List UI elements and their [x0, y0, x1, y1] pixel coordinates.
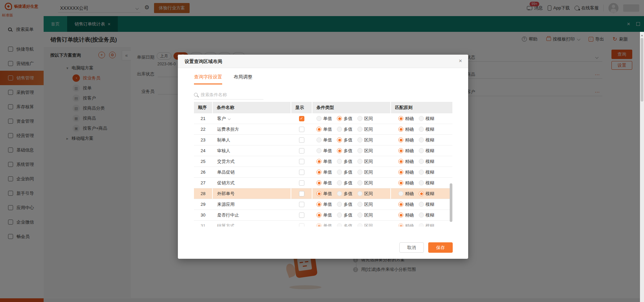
radio-selected-icon[interactable] [398, 148, 403, 153]
match-option[interactable]: 模糊 [419, 137, 434, 143]
radio-selected-icon[interactable] [398, 170, 403, 175]
radio-unselected-icon[interactable] [316, 137, 321, 142]
match-option[interactable]: 精确 [398, 169, 414, 175]
match-option[interactable]: 模糊 [419, 223, 434, 227]
table-scrollbar-thumb[interactable] [450, 183, 452, 222]
radio-unselected-icon[interactable] [419, 213, 424, 218]
close-icon[interactable]: × [459, 58, 462, 64]
type-option[interactable]: 区间 [357, 159, 373, 165]
radio-unselected-icon[interactable] [419, 127, 424, 132]
type-option[interactable]: 单值 [316, 148, 332, 154]
match-option[interactable]: 精确 [398, 180, 414, 186]
radio-unselected-icon[interactable] [419, 137, 424, 142]
radio-selected-icon[interactable] [316, 213, 321, 218]
scroll-up-arrow-icon[interactable] [641, 34, 643, 36]
type-option[interactable]: 区间 [357, 116, 373, 122]
show-checkbox[interactable] [299, 213, 304, 218]
type-option[interactable]: 单值 [316, 116, 332, 122]
match-option[interactable]: 模糊 [419, 116, 434, 122]
radio-unselected-icon[interactable] [357, 159, 362, 164]
vertical-scrollbar[interactable] [640, 32, 644, 302]
radio-selected-icon[interactable] [337, 137, 342, 142]
match-option[interactable]: 模糊 [419, 148, 434, 154]
type-option[interactable]: 多值 [337, 191, 352, 197]
radio-selected-icon[interactable] [419, 191, 424, 196]
radio-selected-icon[interactable] [398, 213, 403, 218]
radio-unselected-icon[interactable] [398, 191, 403, 196]
radio-selected-icon[interactable] [316, 127, 321, 132]
radio-unselected-icon[interactable] [337, 213, 342, 218]
match-option[interactable]: 模糊 [419, 191, 434, 197]
type-option[interactable]: 区间 [357, 201, 373, 207]
radio-unselected-icon[interactable] [419, 180, 424, 185]
radio-selected-icon[interactable] [316, 223, 321, 227]
type-option[interactable]: 多值 [337, 148, 352, 154]
chevron-down-icon[interactable] [228, 117, 231, 120]
type-option[interactable]: 单值 [316, 180, 332, 186]
match-option[interactable]: 精确 [398, 223, 414, 227]
radio-unselected-icon[interactable] [337, 191, 342, 196]
match-option[interactable]: 精确 [398, 126, 414, 132]
radio-unselected-icon[interactable] [357, 170, 362, 175]
type-option[interactable]: 区间 [357, 148, 373, 154]
radio-unselected-icon[interactable] [337, 180, 342, 185]
radio-selected-icon[interactable] [316, 191, 321, 196]
show-checkbox[interactable] [299, 223, 304, 227]
radio-selected-icon[interactable] [398, 202, 403, 207]
radio-selected-icon[interactable] [316, 180, 321, 185]
radio-unselected-icon[interactable] [419, 159, 424, 164]
type-option[interactable]: 区间 [357, 180, 373, 186]
type-option[interactable]: 单值 [316, 201, 332, 207]
match-option[interactable]: 模糊 [419, 159, 434, 165]
radio-unselected-icon[interactable] [419, 148, 424, 153]
modal-tab-查询字段设置[interactable]: 查询字段设置 [194, 74, 222, 84]
match-option[interactable]: 精确 [398, 212, 414, 218]
condition-search-input[interactable]: 搜索条件名称 [194, 90, 263, 100]
match-option[interactable]: 模糊 [419, 126, 434, 132]
type-option[interactable]: 多值 [337, 180, 352, 186]
show-checkbox[interactable] [299, 170, 304, 175]
radio-selected-icon[interactable] [398, 116, 403, 121]
radio-unselected-icon[interactable] [337, 159, 342, 164]
match-option[interactable]: 精确 [398, 116, 414, 122]
type-option[interactable]: 多值 [337, 169, 352, 175]
match-option[interactable]: 模糊 [419, 201, 434, 207]
match-option[interactable]: 精确 [398, 191, 414, 197]
radio-unselected-icon[interactable] [357, 180, 362, 185]
save-button[interactable]: 保存 [428, 242, 453, 253]
radio-unselected-icon[interactable] [419, 116, 424, 121]
match-option[interactable]: 模糊 [419, 212, 434, 218]
match-option[interactable]: 精确 [398, 137, 414, 143]
show-checkbox[interactable] [299, 127, 304, 132]
cancel-button[interactable]: 取消 [399, 242, 424, 253]
type-option[interactable]: 多值 [337, 159, 352, 165]
radio-selected-icon[interactable] [316, 170, 321, 175]
radio-selected-icon[interactable] [316, 202, 321, 207]
radio-unselected-icon[interactable] [357, 127, 362, 132]
type-option[interactable]: 多值 [337, 126, 352, 132]
show-checkbox[interactable] [299, 191, 304, 196]
type-option[interactable]: 单值 [316, 169, 332, 175]
type-option[interactable]: 单值 [316, 137, 332, 143]
radio-unselected-icon[interactable] [316, 116, 321, 121]
radio-unselected-icon[interactable] [357, 148, 362, 153]
radio-selected-icon[interactable] [337, 148, 342, 153]
scrollbar-thumb[interactable] [641, 38, 643, 102]
radio-selected-icon[interactable] [398, 137, 403, 142]
show-checkbox[interactable] [299, 137, 304, 143]
radio-selected-icon[interactable] [398, 223, 403, 227]
radio-selected-icon[interactable] [398, 127, 403, 132]
show-checkbox[interactable]: ✓ [299, 116, 304, 121]
type-option[interactable]: 区间 [357, 126, 373, 132]
type-option[interactable]: 多值 [337, 201, 352, 207]
type-option[interactable]: 区间 [357, 223, 373, 227]
type-option[interactable]: 单值 [316, 191, 332, 197]
type-option[interactable]: 区间 [357, 169, 373, 175]
radio-unselected-icon[interactable] [419, 170, 424, 175]
radio-unselected-icon[interactable] [357, 213, 362, 218]
type-option[interactable]: 单值 [316, 126, 332, 132]
radio-selected-icon[interactable] [398, 180, 403, 185]
type-option[interactable]: 单值 [316, 223, 332, 227]
radio-unselected-icon[interactable] [316, 148, 321, 153]
type-option[interactable]: 区间 [357, 212, 373, 218]
